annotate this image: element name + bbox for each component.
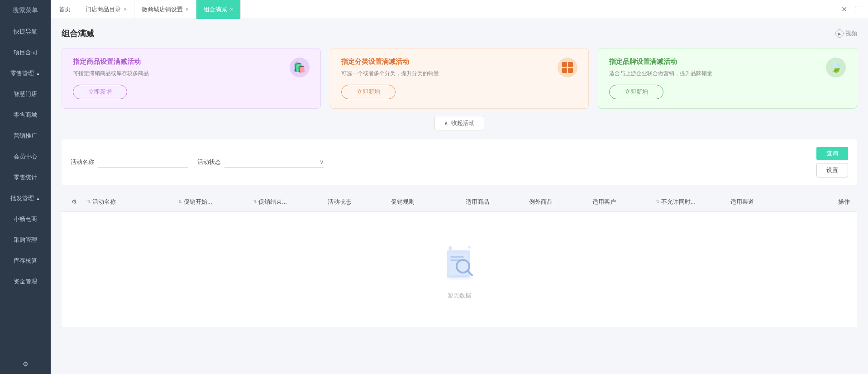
tab-close-wechat-store[interactable]: × bbox=[186, 6, 189, 13]
activity-status-label: 活动状态 bbox=[197, 158, 221, 166]
product-card-desc: 可指定滞销商品或库存较多商品 bbox=[73, 70, 310, 77]
th-promo-rule: 促销规则 bbox=[387, 198, 462, 206]
activity-name-field: 活动名称 bbox=[71, 157, 188, 168]
svg-rect-3 bbox=[568, 68, 573, 73]
page-title: 组合满减 bbox=[62, 28, 94, 39]
collapse-activities-button[interactable]: ∧ 收起活动 bbox=[434, 116, 484, 130]
search-buttons: 查询 设置 bbox=[816, 147, 848, 177]
activity-status-field: 活动状态 ∨ bbox=[197, 157, 324, 168]
brand-card-desc: 适合与上游企业联合做营销，提升品牌销量 bbox=[609, 70, 846, 77]
activity-name-label: 活动名称 bbox=[71, 158, 94, 166]
product-card-title: 指定商品设置满减活动 bbox=[73, 58, 310, 66]
gear-settings-icon[interactable]: ⚙ bbox=[72, 198, 77, 205]
sidebar-item-xiaochangecm[interactable]: 小畅电商 bbox=[0, 209, 51, 230]
th-applicable-goods: 适用商品 bbox=[462, 198, 525, 206]
product-card-icon: 🛍️ bbox=[290, 58, 310, 77]
svg-point-10 bbox=[458, 262, 467, 271]
activity-name-input[interactable] bbox=[98, 157, 188, 168]
sidebar-item-marketing[interactable]: 营销推广 bbox=[0, 125, 51, 146]
sort-no-same-icon[interactable]: ⇅ bbox=[656, 200, 659, 204]
settings-button[interactable]: ⚙ bbox=[0, 354, 51, 374]
sidebar-item-retail-management[interactable]: 零售管理 ▲ bbox=[0, 63, 51, 84]
empty-state: 暂无数据 bbox=[62, 212, 857, 327]
empty-text: 暂无数据 bbox=[448, 292, 471, 300]
tab-bar: 首页 门店商品目录 × 微商城店铺设置 × 组合满减 × ✕ ⛶ bbox=[51, 0, 868, 19]
brand-card-add-button[interactable]: 立即新增 bbox=[609, 85, 663, 99]
th-promo-start: ⇅ 促销开始... bbox=[175, 198, 249, 206]
sidebar-search[interactable]: 搜索菜单 bbox=[0, 0, 51, 21]
th-except-goods: 例外商品 bbox=[525, 198, 589, 206]
sidebar-item-project-contract[interactable]: 项目合同 bbox=[0, 42, 51, 63]
tab-combo-discount[interactable]: 组合满减 × bbox=[196, 0, 241, 19]
category-promo-card: 指定分类设置满减活动 可选一个或者多个分类，提升分类的销量 立即新增 bbox=[330, 48, 589, 109]
content-area: 组合满减 ▶ 视频 指定商品设置满减活动 🛍️ 可指定滞销商品或库存较多商品 立… bbox=[51, 19, 868, 374]
svg-rect-1 bbox=[568, 62, 573, 67]
status-dropdown-arrow: ∨ bbox=[320, 158, 324, 165]
tab-store-catalog[interactable]: 门店商品目录 × bbox=[78, 0, 134, 19]
sidebar-item-purchase-mgmt[interactable]: 采购管理 bbox=[0, 230, 51, 250]
category-card-title: 指定分类设置满减活动 bbox=[341, 58, 578, 66]
sort-start-icon[interactable]: ⇅ bbox=[178, 200, 182, 204]
th-gear[interactable]: ⚙ bbox=[65, 198, 83, 205]
svg-point-12 bbox=[448, 246, 452, 250]
sidebar-item-quick-nav[interactable]: 快捷导航 bbox=[0, 21, 51, 42]
page-header: 组合满减 ▶ 视频 bbox=[62, 28, 857, 39]
tab-home[interactable]: 首页 bbox=[55, 0, 78, 19]
svg-rect-2 bbox=[562, 68, 567, 73]
main-area: 首页 门店商品目录 × 微商城店铺设置 × 组合满减 × ✕ ⛶ 组合满减 ▶ … bbox=[51, 0, 868, 374]
brand-promo-card: 指定品牌设置满减活动 🍃 适合与上游企业联合做营销，提升品牌销量 立即新增 bbox=[598, 48, 857, 109]
wholesale-expand-arrow: ▲ bbox=[36, 196, 40, 201]
sidebar: 搜索菜单 快捷导航 项目合同 零售管理 ▲ 智慧门店 零售商城 营销推广 会员中… bbox=[0, 0, 51, 374]
collapse-bar: ∧ 收起活动 bbox=[62, 116, 857, 130]
th-applicable-channel: 适用渠道 bbox=[727, 198, 790, 206]
tab-bar-right: ✕ ⛶ bbox=[839, 3, 863, 15]
product-promo-card: 指定商品设置满减活动 🛍️ 可指定滞销商品或库存较多商品 立即新增 bbox=[62, 48, 321, 109]
brand-card-icon: 🍃 bbox=[826, 58, 846, 77]
product-card-add-button[interactable]: 立即新增 bbox=[73, 85, 127, 99]
query-button[interactable]: 查询 bbox=[816, 147, 848, 160]
sidebar-item-inventory-calc[interactable]: 库存核算 bbox=[0, 250, 51, 271]
tab-wechat-store[interactable]: 微商城店铺设置 × bbox=[134, 0, 196, 19]
empty-illustration bbox=[437, 239, 482, 284]
th-no-simultaneous: ⇅ 不允许同时... bbox=[652, 198, 727, 206]
retail-expand-arrow: ▲ bbox=[36, 71, 40, 76]
sidebar-item-smart-store[interactable]: 智慧门店 bbox=[0, 84, 51, 105]
sidebar-item-retail-stats[interactable]: 零售统计 bbox=[0, 167, 51, 188]
svg-point-13 bbox=[468, 246, 471, 249]
tab-close-store-catalog[interactable]: × bbox=[124, 6, 127, 13]
sidebar-item-retail-mall[interactable]: 零售商城 bbox=[0, 105, 51, 125]
video-circle-icon: ▶ bbox=[835, 29, 844, 38]
sort-name-icon[interactable]: ⇅ bbox=[87, 200, 91, 204]
category-card-add-button[interactable]: 立即新增 bbox=[341, 85, 396, 99]
th-activity-name: ⇅ 活动名称 bbox=[83, 198, 175, 206]
sort-end-icon[interactable]: ⇅ bbox=[253, 200, 257, 204]
collapse-icon: ∧ bbox=[444, 120, 448, 127]
th-operate: 操作 bbox=[790, 198, 854, 206]
data-table: ⚙ ⇅ 活动名称 ⇅ 促销开始... ⇅ 促销结束... 活动状态 bbox=[62, 192, 857, 327]
svg-rect-7 bbox=[450, 256, 464, 258]
fullscreen-icon[interactable]: ⛶ bbox=[853, 4, 863, 15]
th-activity-status: 活动状态 bbox=[324, 198, 387, 206]
close-window-icon[interactable]: ✕ bbox=[839, 3, 849, 15]
table-header: ⚙ ⇅ 活动名称 ⇅ 促销开始... ⇅ 促销结束... 活动状态 bbox=[62, 192, 857, 212]
svg-rect-0 bbox=[562, 62, 567, 67]
category-card-desc: 可选一个或者多个分类，提升分类的销量 bbox=[341, 70, 578, 77]
search-bar: 活动名称 活动状态 ∨ 查询 设置 bbox=[62, 139, 857, 185]
promo-cards-row: 指定商品设置满减活动 🛍️ 可指定滞销商品或库存较多商品 立即新增 指定分类设置… bbox=[62, 48, 857, 109]
tab-close-combo-discount[interactable]: × bbox=[230, 6, 233, 13]
th-promo-end: ⇅ 促销结束... bbox=[249, 198, 324, 206]
th-applicable-customer: 适用客户 bbox=[589, 198, 652, 206]
activity-status-select[interactable]: ∨ bbox=[224, 157, 324, 168]
video-link[interactable]: ▶ 视频 bbox=[835, 29, 857, 38]
sidebar-item-wholesale-mgmt[interactable]: 批发管理 ▲ bbox=[0, 188, 51, 209]
sidebar-item-fund-mgmt[interactable]: 资金管理 bbox=[0, 271, 51, 292]
setting-button[interactable]: 设置 bbox=[816, 163, 848, 177]
brand-card-title: 指定品牌设置满减活动 bbox=[609, 58, 846, 66]
sidebar-item-member-center[interactable]: 会员中心 bbox=[0, 146, 51, 167]
